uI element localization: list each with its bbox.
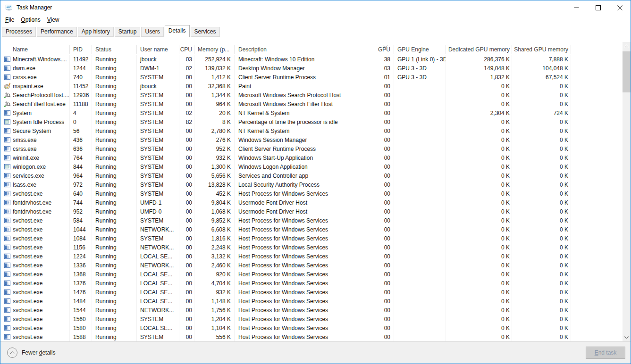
process-shared-gpu-memory: 7,888 K <box>512 55 571 64</box>
column-header-user-name[interactable]: User name <box>137 45 179 54</box>
scroll-down-button[interactable] <box>623 333 631 341</box>
app-window-icon <box>4 199 11 206</box>
tab-startup[interactable]: Startup <box>115 27 141 37</box>
process-row[interactable]: System Idle Process 0 Running SYSTEM 82 … <box>0 117 631 126</box>
process-row[interactable]: smss.exe 436 Running SYSTEM 00 276 K Win… <box>0 135 631 144</box>
process-gpu: 00 <box>375 288 394 297</box>
process-name: svchost.exe <box>13 325 42 331</box>
process-row[interactable]: Minecraft.Windows.... 11492 Running jbou… <box>0 55 631 64</box>
column-header-description[interactable]: Description <box>235 45 375 54</box>
menu-view[interactable]: View <box>44 16 63 24</box>
process-pid: 1156 <box>70 243 92 252</box>
app-process-icon <box>4 199 11 206</box>
process-row[interactable]: csrss.exe 740 Running SYSTEM 00 1,412 K … <box>0 73 631 82</box>
column-header-status[interactable]: Status <box>92 45 137 54</box>
end-task-button[interactable]: End task <box>586 347 625 359</box>
process-gpu-engine: GPU 1 (Link 0) - 3D <box>394 55 446 64</box>
process-memory: 6,608 K <box>194 225 235 234</box>
process-description: Host Process for Windows Services <box>235 297 375 306</box>
process-row[interactable]: SearchProtocolHost.... 12936 Running SYS… <box>0 91 631 99</box>
tab-users[interactable]: Users <box>141 27 163 37</box>
scroll-up-button[interactable] <box>623 42 631 50</box>
process-row[interactable]: svchost.exe 1544 Running NETWORK... 00 1… <box>0 306 631 314</box>
process-dedicated-gpu-memory: 0 K <box>446 189 512 198</box>
tab-performance[interactable]: Performance <box>37 27 77 37</box>
process-row[interactable]: winlogon.exe 844 Running SYSTEM 00 1,300… <box>0 162 631 171</box>
process-row[interactable]: svchost.exe 1476 Running LOCAL SE... 00 … <box>0 288 631 297</box>
process-memory: 452 K <box>194 189 235 198</box>
process-row[interactable]: svchost.exe 1224 Running LOCAL SE... 00 … <box>0 252 631 261</box>
process-status: Running <box>92 162 137 171</box>
process-description: Host Process for Windows Services <box>235 288 375 297</box>
process-gpu-engine <box>394 198 446 207</box>
app-process-icon <box>4 208 11 215</box>
process-gpu: 00 <box>375 252 394 261</box>
process-user: NETWORK... <box>137 243 179 252</box>
process-status: Running <box>92 82 137 91</box>
process-memory: 5,656 K <box>194 171 235 180</box>
process-pid: 56 <box>70 126 92 135</box>
fewer-details-button[interactable]: Fewer details <box>7 347 55 358</box>
process-cpu: 00 <box>179 180 194 189</box>
process-row[interactable]: dwm.exe 1244 Running DWM-1 02 139,032 K … <box>0 64 631 73</box>
tab-details[interactable]: Details <box>165 25 190 37</box>
process-row[interactable]: svchost.exe 1484 Running LOCAL SE... 00 … <box>0 297 631 306</box>
column-header-name[interactable]: Name <box>0 45 70 54</box>
maximize-button[interactable] <box>587 0 609 15</box>
process-shared-gpu-memory: 0 K <box>512 297 571 306</box>
process-row[interactable]: mspaint.exe 11452 Running jbouck 00 32,3… <box>0 82 631 91</box>
process-pid: 1560 <box>70 314 92 323</box>
process-row[interactable]: svchost.exe 1084 Running SYSTEM 00 1,816… <box>0 234 631 243</box>
process-description: Desktop Window Manager <box>235 64 375 73</box>
process-gpu: 00 <box>375 180 394 189</box>
column-header-dedicated-gpu-memory[interactable]: Dedicated GPU memory <box>446 45 512 54</box>
column-header-gpu-engine[interactable]: GPU Engine <box>394 45 446 54</box>
process-row[interactable]: fontdrvhost.exe 744 Running UMFD-1 00 9,… <box>0 198 631 207</box>
scrollbar-thumb[interactable] <box>623 51 631 92</box>
process-row[interactable]: svchost.exe 1376 Running LOCAL SE... 00 … <box>0 279 631 288</box>
process-row[interactable]: svchost.exe 1560 Running SYSTEM 00 1,204… <box>0 314 631 323</box>
process-row[interactable]: fontdrvhost.exe 952 Running UMFD-0 00 1,… <box>0 207 631 216</box>
process-row[interactable]: svchost.exe 1368 Running LOCAL SE... 00 … <box>0 270 631 279</box>
menu-options[interactable]: Options <box>17 16 43 24</box>
process-row[interactable]: svchost.exe 1336 Running NETWORK... 00 2… <box>0 261 631 270</box>
process-pid: 1544 <box>70 306 92 314</box>
vertical-scrollbar[interactable] <box>623 42 631 341</box>
process-row[interactable]: svchost.exe 640 Running SYSTEM 00 452 K … <box>0 189 631 198</box>
process-row[interactable]: svchost.exe 1156 Running NETWORK... 00 2… <box>0 243 631 252</box>
tab-services[interactable]: Services <box>191 27 220 37</box>
paint-palette-icon <box>4 83 11 90</box>
process-pid: 636 <box>70 144 92 153</box>
menu-file[interactable]: File <box>2 16 17 24</box>
tab-app-history[interactable]: App history <box>78 27 114 37</box>
process-pid: 1244 <box>70 64 92 73</box>
process-row[interactable]: csrss.exe 636 Running SYSTEM 00 952 K Cl… <box>0 144 631 153</box>
process-shared-gpu-memory: 0 K <box>512 225 571 234</box>
process-row[interactable]: System 4 Running SYSTEM 02 20 K NT Kerne… <box>0 108 631 117</box>
process-memory: 920 K <box>194 270 235 279</box>
process-row[interactable]: SearchFilterHost.exe 11188 Running SYSTE… <box>0 99 631 108</box>
minimize-button[interactable] <box>565 0 587 15</box>
process-shared-gpu-memory: 0 K <box>512 180 571 189</box>
process-row[interactable]: wininit.exe 764 Running SYSTEM 00 932 K … <box>0 153 631 162</box>
process-row[interactable]: svchost.exe 1588 Running SYSTEM 00 556 K… <box>0 332 631 341</box>
process-gpu-engine <box>394 234 446 243</box>
process-row[interactable]: Secure System 56 Running SYSTEM 00 2,780… <box>0 126 631 135</box>
column-header-cpu[interactable]: CPU <box>179 45 194 54</box>
process-cpu: 00 <box>179 162 194 171</box>
process-row[interactable]: services.exe 964 Running SYSTEM 00 5,656… <box>0 171 631 180</box>
column-header-shared-gpu-memory[interactable]: Shared GPU memory <box>512 45 571 54</box>
process-gpu-engine <box>394 135 446 144</box>
process-row[interactable]: svchost.exe 1044 Running NETWORK... 00 6… <box>0 225 631 234</box>
column-header-memory[interactable]: Memory (p... <box>194 45 235 54</box>
column-header-pid[interactable]: PID <box>70 45 92 54</box>
process-gpu-engine: GPU 3 - 3D <box>394 73 446 82</box>
process-row[interactable]: svchost.exe 584 Running SYSTEM 00 9,852 … <box>0 216 631 225</box>
close-button[interactable] <box>609 0 631 15</box>
process-row[interactable]: svchost.exe 1580 Running LOCAL SE... 00 … <box>0 323 631 332</box>
tab-processes[interactable]: Processes <box>2 27 36 37</box>
process-user: SYSTEM <box>137 314 179 323</box>
process-user: LOCAL SE... <box>137 323 179 332</box>
process-status: Running <box>92 270 137 279</box>
process-row[interactable]: lsass.exe 972 Running SYSTEM 00 13,828 K… <box>0 180 631 189</box>
